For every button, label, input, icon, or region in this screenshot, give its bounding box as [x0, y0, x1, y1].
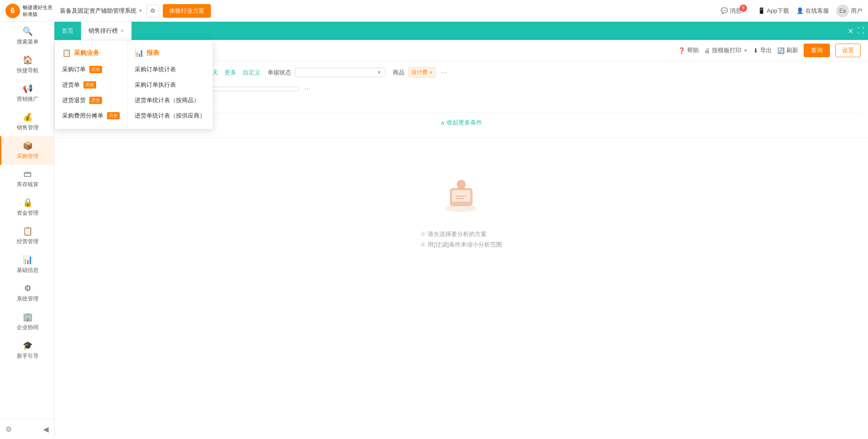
- tab-close-icon[interactable]: ×: [121, 28, 124, 34]
- logo-icon: 6: [5, 4, 20, 18]
- purchase-goods-item[interactable]: 进货单 历史: [55, 77, 127, 93]
- sidebar-label-basic-info: 基础信息: [17, 266, 39, 274]
- tab-home-label: 首页: [62, 27, 73, 35]
- empty-tip-2: 用[过滤]条件来缩小分析范围: [420, 239, 502, 250]
- tab-bar-end: ✕ ⛶: [844, 22, 868, 40]
- operations-icon: 📋: [23, 226, 33, 236]
- sidebar-label-inventory: 库存核算: [17, 181, 39, 188]
- settings-btn[interactable]: ⚙: [146, 5, 159, 17]
- sales-icon: 💰: [23, 112, 33, 122]
- system-icon: ⚙: [24, 283, 31, 293]
- sidebar-item-system[interactable]: ⚙ 系统管理: [0, 279, 54, 307]
- goods-stat-by-supplier-label: 进货单统计表（按供应商）: [135, 112, 205, 120]
- purchase-order-exec-item[interactable]: 采购订单执行表: [127, 77, 213, 93]
- sidebar-item-operations[interactable]: 📋 经营管理: [0, 222, 54, 250]
- export-label: 导出: [760, 46, 772, 54]
- message-btn[interactable]: 💬 消息 9: [721, 7, 751, 15]
- help-icon: ❓: [678, 47, 685, 54]
- print-label: 按模板打印: [712, 46, 741, 54]
- user-menu[interactable]: Ea 用户: [836, 5, 863, 17]
- sidebar-item-finance[interactable]: 🔒 资金管理: [0, 193, 54, 222]
- tab-sales-ranking[interactable]: 销售排行榜 ×: [81, 22, 132, 40]
- purchase-expense-item[interactable]: 采购费用分摊单 历史: [55, 108, 127, 123]
- dropdown-arrow-icon[interactable]: ▼: [138, 8, 143, 13]
- goods-stat-by-product-label: 进货单统计表（按商品）: [135, 96, 200, 104]
- message-badge: 9: [740, 5, 747, 12]
- purchase-order-label: 采购订单: [62, 65, 86, 74]
- guide-icon: 🎓: [23, 340, 33, 350]
- purchase-goods-hist: 历史: [83, 81, 96, 89]
- enterprise-icon: 🏢: [23, 312, 33, 322]
- online-service-btn[interactable]: 👤 在线客服: [796, 7, 829, 15]
- export-btn[interactable]: ⬇ 导出: [753, 46, 772, 54]
- salesperson-select[interactable]: [208, 87, 299, 91]
- sidebar-item-sales[interactable]: 💰 销售管理: [0, 108, 54, 136]
- logo-area: 6 畅捷通好生意 标准版: [5, 4, 60, 18]
- purchase-return-hist: 历史: [89, 97, 102, 104]
- sidebar-item-quick-nav[interactable]: 🏠 快捷导航: [0, 50, 54, 79]
- sidebar-item-marketing[interactable]: 📢 营销推广: [0, 79, 54, 108]
- home-icon: 🏠: [23, 55, 33, 65]
- print-btn[interactable]: 🖨 按模板打印 ▼: [704, 46, 748, 54]
- sidebar-settings-btn[interactable]: ⚙: [5, 425, 12, 434]
- empty-state: 请先选择要分析的方案 用[过滤]条件来缩小分析范围: [54, 138, 868, 286]
- purchase-order-stat-label: 采购订单统计表: [135, 65, 176, 74]
- sidebar-label-sales: 销售管理: [17, 124, 39, 132]
- goods-more-btn[interactable]: ···: [439, 69, 449, 77]
- purchase-order-item[interactable]: 采购订单 历史: [55, 62, 127, 77]
- sidebar-item-search[interactable]: 🔍 搜索菜单: [0, 22, 54, 50]
- svg-rect-4: [458, 187, 465, 189]
- finance-icon: 🔒: [23, 197, 33, 207]
- date-shortcut-more[interactable]: 更多: [224, 69, 236, 77]
- sidebar-item-purchase[interactable]: 📦 采购管理: [0, 136, 54, 165]
- purchase-order-stat-item[interactable]: 采购订单统计表: [127, 62, 213, 77]
- salesperson-more-btn[interactable]: ···: [302, 85, 312, 93]
- industry-btn[interactable]: 体验行业方案: [163, 4, 211, 18]
- help-btn[interactable]: ❓ 帮助: [678, 46, 699, 54]
- empty-illustration: [439, 174, 484, 220]
- empty-tip: 请先选择要分析的方案 用[过滤]条件来缩小分析范围: [420, 229, 502, 250]
- collapse-btn[interactable]: ∧ 收起更多条件: [437, 117, 486, 128]
- goods-tag[interactable]: 设计费 ×: [408, 67, 436, 78]
- service-label: 在线客服: [805, 7, 829, 15]
- purchase-icon: 📦: [23, 141, 33, 151]
- user-label: 用户: [851, 7, 863, 15]
- refresh-icon: 🔄: [777, 47, 785, 54]
- settings-action-btn[interactable]: 设置: [835, 44, 861, 57]
- purchase-order-exec-label: 采购订单执行表: [135, 81, 176, 89]
- sidebar-item-inventory[interactable]: 🗃 库存核算: [0, 165, 54, 193]
- logo-text: 畅捷通好生意 标准版: [23, 4, 53, 17]
- sidebar-label-system: 系统管理: [17, 295, 39, 303]
- purchase-return-item[interactable]: 进货退货 历史: [55, 93, 127, 108]
- sidebar-item-basic-info[interactable]: 📊 基础信息: [0, 250, 54, 279]
- tab-bar: 首页 销售排行榜 × ✕ ⛶: [54, 22, 868, 40]
- avatar-text: Ea: [839, 8, 846, 14]
- sidebar-label-purchase: 采购管理: [17, 153, 39, 160]
- refresh-btn[interactable]: 🔄 刷新: [777, 46, 798, 54]
- sidebar-item-guide[interactable]: 🎓 新手引导: [0, 336, 54, 365]
- purchase-business-col: 📋 采购业务 采购订单 历史 进货单 历史 进货退货 历史 采购费用分摊单 历史: [55, 40, 127, 129]
- status-select[interactable]: ▼: [295, 68, 385, 77]
- date-shortcut-custom[interactable]: 自定义: [243, 69, 260, 77]
- sidebar: 🔍 搜索菜单 🏠 快捷导航 📢 营销推广 💰 销售管理 📦 采购管理 🗃 库存核…: [0, 22, 54, 439]
- goods-filter: 商品 设计费 × ···: [393, 67, 449, 78]
- sidebar-item-enterprise[interactable]: 🏢 企业协同: [0, 307, 54, 336]
- status-label: 单据状态: [268, 69, 291, 77]
- sidebar-collapse-btn[interactable]: ◀: [43, 425, 49, 434]
- purchase-business-title: 采购业务: [74, 49, 99, 57]
- purchase-goods-label: 进货单: [62, 81, 80, 89]
- refresh-label: 刷新: [786, 46, 798, 54]
- goods-stat-by-product-item[interactable]: 进货单统计表（按商品）: [127, 93, 213, 108]
- goods-stat-by-supplier-item[interactable]: 进货单统计表（按供应商）: [127, 108, 213, 123]
- app-download-btn[interactable]: 📱 App下载: [758, 7, 789, 15]
- header-center: 装备及固定资产辅助管理系统 ▼ ⚙ 体验行业方案: [60, 4, 721, 18]
- header-right: 💬 消息 9 📱 App下载 👤 在线客服 Ea 用户: [721, 5, 863, 17]
- message-icon: 💬: [721, 7, 728, 14]
- goods-tag-close-icon[interactable]: ×: [429, 69, 433, 76]
- tab-close-all-icon[interactable]: ✕: [848, 27, 853, 35]
- service-icon: 👤: [796, 7, 804, 14]
- query-btn[interactable]: 查询: [804, 44, 830, 57]
- purchase-return-label: 进货退货: [62, 96, 86, 104]
- tab-home[interactable]: 首页: [54, 22, 81, 40]
- tab-expand-icon[interactable]: ⛶: [857, 27, 864, 35]
